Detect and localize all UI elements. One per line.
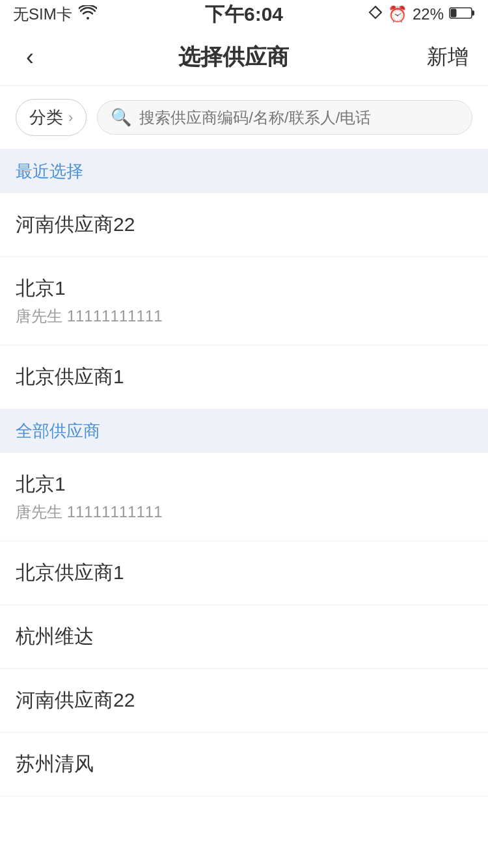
all-section-header: 全部供应商 — [0, 409, 488, 453]
all-section-title: 全部供应商 — [16, 421, 100, 441]
category-label: 分类 — [29, 106, 63, 129]
list-item[interactable]: 北京供应商1 — [0, 346, 488, 409]
search-icon: 🔍 — [111, 107, 131, 128]
recent-section-header: 最近选择 — [0, 150, 488, 193]
all-items-list: 北京1 唐先生 11111111111北京供应商1 杭州维达 河南供应商22 苏… — [0, 453, 488, 796]
status-right: ⏰ 22% — [368, 5, 475, 23]
recent-section-title: 最近选择 — [16, 161, 83, 181]
item-name: 苏州清风 — [16, 751, 472, 778]
battery-text: 22% — [413, 5, 444, 23]
item-sub: 唐先生 11111111111 — [16, 502, 472, 522]
item-sub: 唐先生 11111111111 — [16, 306, 472, 327]
back-button[interactable]: ‹ — [20, 37, 40, 77]
list-item[interactable]: 北京1 唐先生 11111111111 — [0, 257, 488, 346]
filter-bar: 分类 › 🔍 — [0, 86, 488, 150]
list-item[interactable]: 北京1 唐先生 11111111111 — [0, 453, 488, 541]
item-name: 北京1 — [16, 275, 472, 302]
search-input[interactable] — [139, 109, 459, 127]
search-bar: 🔍 — [97, 100, 472, 135]
item-name: 河南供应商22 — [16, 211, 472, 238]
chevron-right-icon: › — [68, 109, 73, 126]
recent-items-list: 河南供应商22 北京1 唐先生 11111111111北京供应商1 — [0, 193, 488, 409]
status-left: 无SIM卡 — [13, 4, 97, 25]
carrier-text: 无SIM卡 — [13, 4, 72, 25]
alarm-icon: ⏰ — [388, 5, 407, 23]
list-item[interactable]: 杭州维达 — [0, 605, 488, 669]
item-name: 河南供应商22 — [16, 687, 472, 714]
status-bar: 无SIM卡 下午6:04 ⏰ 22% — [0, 0, 488, 29]
page-title: 选择供应商 — [178, 42, 289, 72]
add-button[interactable]: 新增 — [427, 43, 468, 72]
list-item[interactable]: 苏州清风 — [0, 733, 488, 796]
list-item[interactable]: 河南供应商22 — [0, 669, 488, 733]
item-name: 北京1 — [16, 471, 472, 498]
list-item[interactable]: 河南供应商22 — [0, 193, 488, 257]
status-time: 下午6:04 — [205, 1, 283, 28]
battery-icon — [449, 5, 475, 23]
list-item[interactable]: 北京供应商1 — [0, 541, 488, 605]
wifi-icon — [79, 5, 97, 23]
item-name: 北京供应商1 — [16, 560, 472, 586]
item-name: 北京供应商1 — [16, 364, 472, 390]
category-button[interactable]: 分类 › — [16, 99, 87, 136]
nav-bar: ‹ 选择供应商 新增 — [0, 29, 488, 86]
location-icon — [368, 5, 383, 23]
svg-rect-2 — [451, 9, 457, 18]
svg-rect-1 — [472, 10, 474, 16]
item-name: 杭州维达 — [16, 623, 472, 650]
